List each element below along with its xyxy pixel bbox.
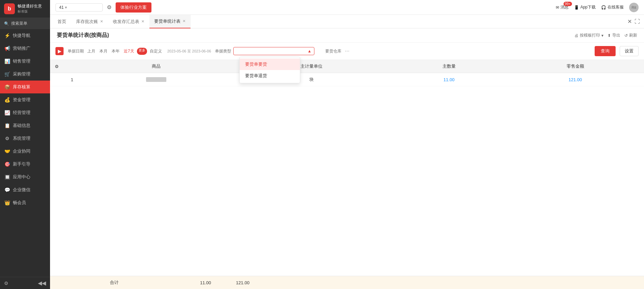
date-this-month[interactable]: 本月 (98, 48, 109, 55)
guide-icon: 🎯 (4, 161, 10, 167)
settings-bottom-icon[interactable]: ⚙ (4, 281, 8, 286)
tabs-controls: ✕ ⛶ (627, 18, 644, 25)
sidebar-item-label: 系统管理 (13, 135, 30, 141)
sales-icon: 📊 (4, 58, 10, 64)
sidebar-item-inventory[interactable]: 📦 库存核算 (0, 81, 50, 93)
settings-button[interactable]: 设置 (620, 46, 639, 56)
trial-button[interactable]: 体验行业方案 (116, 2, 151, 13)
sidebar-item-enterprise[interactable]: 🤝 企业协同 (0, 145, 50, 158)
sidebar-item-marketing[interactable]: 📢 营销推广 (0, 42, 50, 55)
sidebar-item-sales[interactable]: 📊 销售管理 (0, 55, 50, 68)
logo-text-group: 畅捷通好生意 标准版 (18, 4, 42, 14)
dropdown-item-purchase-order[interactable]: 要货单要货 (240, 59, 300, 70)
basic-info-icon: 📋 (4, 123, 10, 129)
export-button[interactable]: ⬆ 导出 (607, 32, 620, 38)
warehouse-filter-label: 要货仓库 (325, 48, 341, 54)
date-filter-label: 单据日期 (68, 48, 84, 54)
date-more-badge[interactable]: 更多 (137, 48, 147, 55)
tab-inventory-batch[interactable]: 库存批次账 ✕ (71, 15, 108, 28)
warehouse-more-icon[interactable]: ··· (345, 48, 349, 54)
date-last-7days[interactable]: 近7天 (122, 48, 136, 55)
brand-name: 畅捷通好生意 (18, 4, 42, 9)
sidebar-search-label: 搜索菜单 (11, 21, 27, 26)
marketing-icon: 📢 (4, 45, 10, 51)
row-settings-cell (50, 73, 64, 86)
dropdown-item-return-order[interactable]: 要货单退货 (240, 70, 300, 82)
maximize-button[interactable]: ⛶ (635, 19, 640, 25)
sidebar-item-operations[interactable]: 📈 经营管理 (0, 106, 50, 119)
footer-qty-total: 11.00 (185, 280, 226, 285)
print-label: 按模板打印 (580, 32, 600, 38)
finance-icon: 💰 (4, 97, 10, 103)
phone-icon: 📱 (574, 5, 579, 10)
sidebar-item-finance[interactable]: 💰 资金管理 (0, 93, 50, 106)
filter-expand-button[interactable]: ▶ (55, 47, 64, 55)
tab-home[interactable]: 首页 (53, 15, 71, 28)
type-filter-group: 单据类型 ▲ (215, 47, 314, 55)
message-button[interactable]: ✉ 消息 99+ (556, 4, 569, 10)
sidebar-collapse-button[interactable]: ◀◀ (38, 280, 46, 286)
col-header-amount: 零售金额 (506, 60, 644, 73)
row-qty-cell[interactable]: 11.00 (391, 73, 507, 86)
sidebar-item-quick-nav[interactable]: ⚡ 快捷导航 (0, 29, 50, 42)
search-icon: 🔍 (4, 21, 9, 26)
sidebar-item-label: 经营管理 (13, 110, 30, 116)
user-avatar[interactable]: Rit (629, 3, 639, 12)
page-header: 要货单统计表(按商品) 🖨 按模板打印 ▾ ⬆ 导出 ↺ 刷新 (50, 28, 644, 43)
headset-icon: 🎧 (601, 5, 606, 10)
type-select[interactable]: ▲ (233, 47, 314, 55)
tab-close-icon[interactable]: ✕ (100, 19, 103, 24)
export-icon: ⬆ (607, 33, 611, 38)
sidebar-item-purchase[interactable]: 🛒 采购管理 (0, 68, 50, 81)
date-this-year[interactable]: 本年 (110, 48, 121, 55)
sidebar-item-label: 畅会员 (13, 200, 26, 206)
type-filter-label: 单据类型 (215, 48, 231, 54)
row-amount-cell[interactable]: 121.00 (506, 73, 644, 86)
table-header-row: ⚙ 商品 主计量单位 主数量 零售金额 (50, 60, 644, 73)
print-button[interactable]: 🖨 按模板打印 ▾ (574, 32, 603, 38)
sidebar-item-system[interactable]: ⚙ 系统管理 (0, 132, 50, 145)
tab-receive-summary[interactable]: 收发存汇总表 ✕ (108, 15, 149, 28)
sidebar-item-vip[interactable]: 👑 畅会员 (0, 196, 50, 209)
date-custom[interactable]: 自定义 (148, 48, 163, 55)
online-service-button[interactable]: 🎧 在线客服 (601, 4, 624, 10)
date-last-month[interactable]: 上月 (86, 48, 97, 55)
app-download-button[interactable]: 📱 App下载 (574, 4, 596, 10)
tab-requisition-stats[interactable]: 要货单统计表 ✕ (149, 15, 191, 28)
wechat-icon: 💬 (4, 187, 10, 193)
tab-close-icon[interactable]: ✕ (141, 19, 144, 24)
refresh-button[interactable]: ↺ 刷新 (624, 32, 637, 38)
date-filter-group: 单据日期 上月 本月 本年 近7天 更多 自定义 (68, 48, 163, 55)
data-table-area: ⚙ 商品 主计量单位 主数量 零售金额 1 块 (50, 60, 644, 276)
sidebar-logo: b 畅捷通好生意 标准版 (0, 0, 50, 18)
table-row: 1 块 11.00 121.00 (50, 73, 644, 86)
refresh-label: 刷新 (629, 32, 637, 38)
sidebar-item-basic-info[interactable]: 📋 基础信息 (0, 119, 50, 132)
app-label: App下载 (580, 4, 596, 10)
export-label: 导出 (612, 32, 620, 38)
refresh-icon: ↺ (624, 33, 628, 38)
company-selector[interactable]: 41 ▾ (55, 3, 103, 12)
main-content: 41 ▾ ⚙ 体验行业方案 ✉ 消息 99+ 📱 App下载 🎧 在线客服 Ri… (50, 0, 644, 289)
chevron-down-icon: ▾ (65, 5, 67, 10)
date-shortcuts: 上月 本月 本年 近7天 更多 自定义 (86, 48, 163, 55)
sidebar-item-wechat[interactable]: 💬 企业微信 (0, 183, 50, 196)
logo-icon: b (4, 3, 15, 14)
tab-close-icon[interactable]: ✕ (183, 19, 186, 23)
header-right-actions: ✉ 消息 99+ 📱 App下载 🎧 在线客服 Rit (556, 3, 639, 12)
col-header-no (64, 60, 80, 73)
sidebar-search[interactable]: 🔍 搜索菜单 (0, 18, 50, 29)
close-tab-button[interactable]: ✕ (627, 18, 632, 25)
type-dropdown-menu: 要货单要货 要货单退货 (239, 57, 300, 83)
col-header-settings[interactable]: ⚙ (50, 60, 64, 73)
sidebar-item-guide[interactable]: 🎯 新手引导 (0, 158, 50, 171)
sidebar-item-app-center[interactable]: 🔲 应用中心 (0, 171, 50, 183)
message-icon: ✉ (556, 5, 559, 10)
settings-icon[interactable]: ⚙ (107, 4, 112, 10)
filter-bar: ▶ 单据日期 上月 本月 本年 近7天 更多 自定义 2023-05-06 至 … (50, 43, 644, 60)
sidebar-item-label: 企业微信 (13, 187, 30, 193)
sidebar-item-label: 企业协同 (13, 148, 30, 154)
query-button[interactable]: 查询 (595, 46, 616, 56)
sidebar-item-label: 资金管理 (13, 97, 30, 103)
header-bar: 41 ▾ ⚙ 体验行业方案 ✉ 消息 99+ 📱 App下载 🎧 在线客服 Ri… (50, 0, 644, 15)
